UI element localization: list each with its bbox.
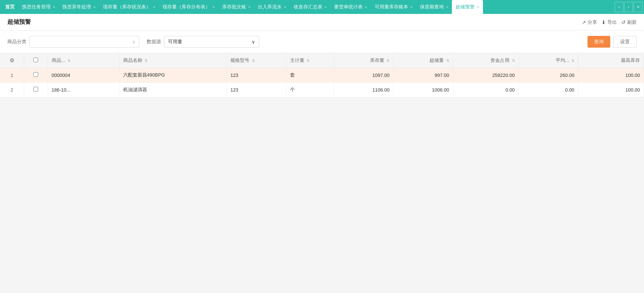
col-header-spec[interactable]: 规格型号 ⇅ — [227, 53, 286, 68]
col-header-max-stock[interactable]: 最高库存 — [578, 53, 644, 68]
tab-label: 库存批次账 — [222, 4, 246, 10]
tab-label: 可用量库存账本 — [375, 4, 408, 10]
col-header-settings[interactable]: ⚙ — [0, 53, 24, 68]
tab-label: 出入库流水 — [258, 4, 282, 10]
tab-close-icon[interactable]: × — [365, 5, 367, 9]
col-header-over-stock[interactable]: 超储量 ⇅ — [394, 53, 453, 68]
data-table-container: ⚙ 商品... ⇅ 商品名称 ⇅ 规格型号 ⇅ 主计量 — [0, 53, 644, 97]
goods-category-filter: 商品分类 ∨ — [7, 36, 139, 48]
nav-tab-0[interactable]: 拣货任务管理× — [18, 0, 59, 14]
tab-close-icon[interactable]: × — [153, 5, 155, 9]
tab-close-icon[interactable]: × — [325, 5, 327, 9]
export-button[interactable]: ⬇ 导出 — [601, 19, 617, 26]
nav-next-btn[interactable]: › — [624, 2, 633, 12]
col-header-unit[interactable]: 主计量 ⇅ — [286, 53, 334, 68]
table-row: 1 0000004 六配套新昌490BPG 123 套 1097.00 997.… — [0, 68, 644, 82]
tab-close-icon[interactable]: × — [53, 5, 55, 9]
chevron-down-icon: ∨ — [132, 40, 135, 44]
col-header-goods-name[interactable]: 商品名称 ⇅ — [119, 53, 227, 68]
nav-tab-5[interactable]: 出入库流水× — [254, 0, 290, 14]
tab-label: 超储预警 — [455, 4, 475, 10]
filter-action-buttons: 查询 设置 — [588, 36, 637, 48]
max-stock-cell: 100.00 — [578, 68, 644, 82]
tab-close-icon[interactable]: × — [410, 5, 413, 9]
row-checkbox-cell[interactable] — [24, 68, 48, 82]
nav-close-btn[interactable]: × — [634, 2, 643, 12]
tab-label: 拣货异常处理 — [62, 4, 91, 10]
nav-tab-10[interactable]: 超储预警× — [452, 0, 483, 14]
avg-cell: 0.00 — [519, 82, 578, 97]
sort-icon: ⇅ — [512, 59, 515, 63]
row-checkbox-cell[interactable] — [24, 82, 48, 97]
share-icon: ↗ — [582, 19, 586, 25]
share-button[interactable]: ↗ 分享 — [582, 19, 597, 26]
tab-close-icon[interactable]: × — [284, 5, 286, 9]
chevron-down-icon: ∨ — [252, 39, 255, 45]
page-actions: ↗ 分享 ⬇ 导出 ↺ 刷新 — [582, 19, 637, 26]
gear-icon[interactable]: ⚙ — [10, 57, 14, 63]
col-header-avg[interactable]: 平均... ⇅ — [519, 53, 578, 68]
filter-area: 商品分类 ∨ 数据源 可用量 ∨ 查询 设置 — [0, 31, 644, 53]
data-source-filter: 数据源 可用量 ∨ — [147, 36, 259, 48]
query-button[interactable]: 查询 — [588, 36, 610, 48]
page-title: 超储预警 — [7, 18, 31, 26]
top-navigation: 首页 拣货任务管理×拣货异常处理×现存量（库存状况表）×现存量（库存分布表）×库… — [0, 0, 644, 14]
goods-category-select[interactable]: ∨ — [29, 36, 139, 48]
tab-close-icon[interactable]: × — [212, 5, 215, 9]
row-index: 1 — [0, 68, 24, 82]
tab-close-icon[interactable]: × — [248, 5, 250, 9]
over-stock-cell: 997.00 — [394, 68, 453, 82]
tab-label: 现存量（库存分布表） — [162, 4, 210, 10]
tab-close-icon[interactable]: × — [93, 5, 95, 9]
sort-icon: ⇅ — [144, 59, 147, 63]
col-header-goods-code[interactable]: 商品... ⇅ — [48, 53, 119, 68]
tab-label: 要货单统计表 — [334, 4, 363, 10]
data-table: ⚙ 商品... ⇅ 商品名称 ⇅ 规格型号 ⇅ 主计量 — [0, 53, 644, 97]
goods-name-cell: 六配套新昌490BPG — [119, 68, 227, 82]
goods-code-cell: 186-10... — [48, 82, 119, 97]
avg-cell: 260.00 — [519, 68, 578, 82]
row-checkbox[interactable] — [33, 87, 38, 92]
data-source-select[interactable]: 可用量 ∨ — [164, 36, 259, 48]
sort-icon: ⇅ — [446, 59, 449, 63]
row-index: 2 — [0, 82, 24, 97]
table-row: 2 186-10... 机油滤清器 123 个 1106.00 1006.00 … — [0, 82, 644, 97]
nav-tab-2[interactable]: 现存量（库存状况表）× — [99, 0, 159, 14]
unit-cell: 套 — [286, 68, 334, 82]
table-header-row: ⚙ 商品... ⇅ 商品名称 ⇅ 规格型号 ⇅ 主计量 — [0, 53, 644, 68]
nav-tab-9[interactable]: 保质期查询× — [416, 0, 452, 14]
refresh-button[interactable]: ↺ 刷新 — [621, 19, 637, 26]
nav-tab-3[interactable]: 现存量（库存分布表）× — [159, 0, 218, 14]
stock-cell: 1097.00 — [334, 68, 394, 82]
goods-category-label: 商品分类 — [7, 38, 26, 45]
tab-close-icon[interactable]: × — [477, 5, 479, 9]
col-header-stock[interactable]: 库存量 ⇅ — [334, 53, 394, 68]
export-icon: ⬇ — [601, 19, 606, 25]
data-source-label: 数据源 — [147, 38, 161, 45]
goods-code-cell: 0000004 — [48, 68, 119, 82]
nav-tab-4[interactable]: 库存批次账× — [219, 0, 254, 14]
nav-tab-6[interactable]: 收发存汇总表× — [290, 0, 330, 14]
nav-tab-1[interactable]: 拣货异常处理× — [59, 0, 99, 14]
sort-icon: ⇅ — [67, 59, 70, 63]
sort-icon: ⇅ — [252, 59, 255, 63]
tab-close-icon[interactable]: × — [446, 5, 448, 9]
col-header-checkbox[interactable] — [24, 53, 48, 68]
sort-icon: ⇅ — [387, 59, 389, 63]
nav-tab-8[interactable]: 可用量库存账本× — [371, 0, 416, 14]
select-all-checkbox[interactable] — [33, 58, 38, 62]
nav-home[interactable]: 首页 — [1, 0, 18, 14]
settings-button[interactable]: 设置 — [613, 36, 637, 48]
refresh-icon: ↺ — [621, 19, 626, 25]
nav-tab-7[interactable]: 要货单统计表× — [330, 0, 371, 14]
spec-cell: 123 — [227, 82, 286, 97]
col-header-capital[interactable]: 资金占用 ⇅ — [453, 53, 519, 68]
goods-name-cell: 机油滤清器 — [119, 82, 227, 97]
tab-label: 现存量（库存状况表） — [103, 4, 151, 10]
spec-cell: 123 — [227, 68, 286, 82]
stock-cell: 1106.00 — [334, 82, 394, 97]
nav-prev-btn[interactable]: ‹ — [615, 2, 623, 12]
row-checkbox[interactable] — [33, 72, 38, 77]
max-stock-cell: 100.00 — [578, 82, 644, 97]
tab-label: 拣货任务管理 — [22, 4, 51, 10]
